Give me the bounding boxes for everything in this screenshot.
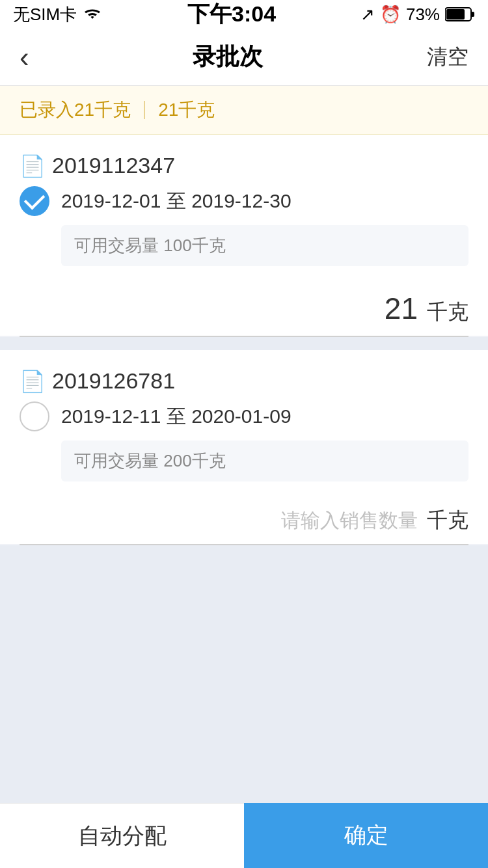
batch1-amount-value: 21 [385,291,418,326]
content-wrapper: 已录入21千克 21千克 📄 2019112347 2019-12-01 至 2… [0,86,488,819]
auto-distribute-button[interactable]: 自动分配 [0,803,244,868]
batch2-header: 📄 2019126781 [20,368,468,394]
batch1-header: 📄 2019112347 [20,153,468,178]
batch2-date-row[interactable]: 2019-12-11 至 2020-01-09 [20,401,468,431]
carrier-label: 无SIM卡 [13,3,77,26]
status-time: 下午3:04 [187,0,276,29]
doc-icon-2: 📄 [20,369,46,394]
batch2-available: 可用交易量 200千克 [61,441,468,481]
recorded-label: 已录入21千克 [20,98,131,122]
status-right: ↗ ⏰ 73% [360,5,475,25]
batch2-id: 2019126781 [52,368,175,394]
batch2-radio[interactable] [20,401,49,431]
batch1-amount-unit: 千克 [427,298,468,327]
clear-button[interactable]: 清空 [427,43,468,72]
battery-icon [445,7,475,22]
battery-label: 73% [406,5,440,25]
bottom-bar: 自动分配 确定 [0,803,488,868]
batch2-card[interactable]: 📄 2019126781 2019-12-11 至 2020-01-09 可用交… [0,350,488,495]
nav-bar: ‹ 录批次 清空 [0,29,488,86]
batch1-available: 可用交易量 100千克 [61,225,468,266]
location-icon: ↗ [360,5,375,25]
empty-area [0,545,488,819]
status-left: 无SIM卡 [13,3,103,26]
batch2-input-row[interactable]: 请输入销售数量 千克 [0,495,488,544]
svg-rect-2 [446,9,465,20]
batch1-id: 2019112347 [52,153,175,178]
batch2-date: 2019-12-11 至 2020-01-09 [61,403,291,430]
doc-icon-1: 📄 [20,154,46,178]
section-separator [0,337,488,350]
batch1-radio[interactable] [20,186,49,216]
batch1-amount-row: 21 千克 [0,279,488,336]
info-divider [144,101,145,119]
batch2-input-placeholder: 请输入销售数量 [281,508,418,534]
batch2-input-unit: 千克 [427,506,468,535]
page-title: 录批次 [193,41,263,73]
recorded-value: 21千克 [158,98,215,122]
batch1-date-row[interactable]: 2019-12-01 至 2019-12-30 [20,186,468,216]
wifi-icon [82,7,103,21]
svg-rect-1 [471,12,474,17]
back-button[interactable]: ‹ [20,43,29,72]
info-banner: 已录入21千克 21千克 [0,86,488,135]
status-bar: 无SIM卡 下午3:04 ↗ ⏰ 73% [0,0,488,29]
alarm-icon: ⏰ [380,5,401,25]
batch1-card[interactable]: 📄 2019112347 2019-12-01 至 2019-12-30 可用交… [0,135,488,279]
confirm-button[interactable]: 确定 [244,803,488,868]
batch1-date: 2019-12-01 至 2019-12-30 [61,188,291,215]
